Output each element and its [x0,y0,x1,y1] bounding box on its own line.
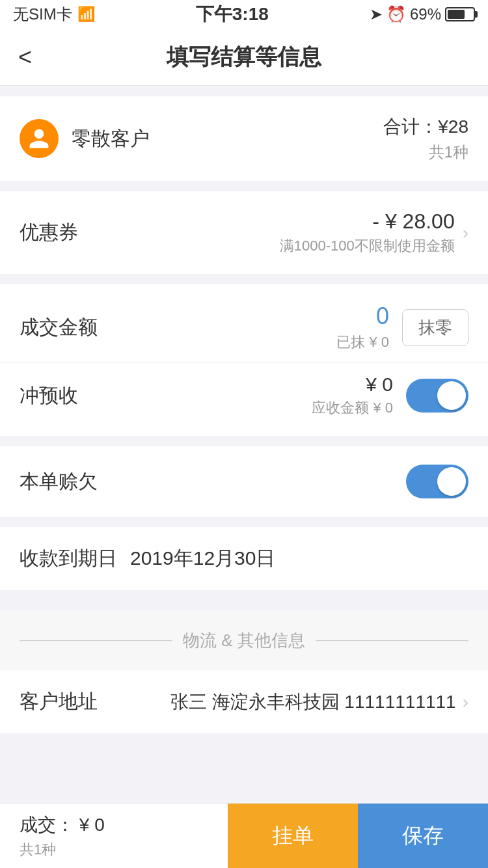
customer-right: 合计：¥28 共1种 [383,115,468,163]
status-time: 下午3:18 [196,2,269,27]
due-date-row: 收款到期日 2019年12月30日 [20,545,468,572]
bottom-count: 共1种 [20,840,208,860]
battery-fill [448,10,465,19]
coupon-right: - ¥ 28.00 满1000-100不限制使用金额 › [280,210,468,256]
due-date-value: 2019年12月30日 [130,545,275,572]
location-icon: ➤ [370,5,383,23]
coupon-row[interactable]: 优惠券 - ¥ 28.00 满1000-100不限制使用金额 › [0,191,488,274]
status-left: 无SIM卡 📶 [13,4,95,25]
prepay-label: 冲预收 [20,383,78,409]
battery-percent: 69% [410,5,441,23]
customer-total: 合计：¥28 [383,115,468,139]
amount-value[interactable]: 0 [336,303,389,330]
address-section[interactable]: 客户地址 张三 海淀永丰科技园 11111111111 › [0,670,488,733]
prepay-toggle[interactable] [406,379,468,413]
nav-bar: < 填写结算等信息 [0,29,488,86]
amount-input-block: 0 已抹 ¥ 0 [336,303,389,352]
due-date-label: 收款到期日 [20,545,117,572]
debt-toggle-thumb [437,467,466,496]
section-gap [0,601,488,611]
alarm-icon: ⏰ [386,5,406,23]
round-button[interactable]: 抹零 [402,309,468,346]
amount-already: 已抹 ¥ 0 [336,332,389,352]
chevron-right-icon: › [463,223,468,243]
logistics-line-right [316,640,468,641]
content-wrapper: 零散客户 合计：¥28 共1种 优惠券 - ¥ 28.00 满1000-100不… [0,96,488,815]
amount-row: 成交金额 0 已抹 ¥ 0 抹零 [0,284,488,362]
wifi-icon: 📶 [77,6,95,23]
page-title: 填写结算等信息 [167,42,321,72]
address-row[interactable]: 客户地址 张三 海淀永丰科技园 11111111111 › [0,670,488,733]
prepay-right: ¥ 0 应收金额 ¥ 0 [312,373,468,418]
bottom-summary: 成交： ¥ 0 共1种 [0,813,228,860]
customer-count: 共1种 [383,142,468,163]
coupon-discount: - ¥ 28.00 [280,210,455,234]
customer-section: 零散客户 合计：¥28 共1种 [0,96,488,181]
debt-section: 本单赊欠 [0,446,488,517]
customer-left: 零散客户 [20,119,150,158]
status-right: ➤ ⏰ 69% [370,5,475,23]
customer-avatar [20,119,59,158]
amount-label: 成交金额 [20,314,98,341]
address-label: 客户地址 [20,688,98,715]
prepay-value-block: ¥ 0 应收金额 ¥ 0 [312,373,393,418]
back-button[interactable]: < [18,44,32,71]
bottom-deal: 成交： ¥ 0 [20,813,208,837]
bottom-deal-amount: ¥ 0 [79,815,105,835]
bottom-bar: 成交： ¥ 0 共1种 挂单 保存 [0,803,488,868]
status-bar: 无SIM卡 📶 下午3:18 ➤ ⏰ 69% [0,0,488,29]
battery-icon [445,7,475,21]
address-value: 张三 海淀永丰科技园 11111111111 [111,690,456,714]
customer-name: 零散客户 [72,126,150,152]
due-date-section: 收款到期日 2019年12月30日 [0,527,488,590]
prepay-receivable: 应收金额 ¥ 0 [312,398,393,418]
carrier-text: 无SIM卡 [13,4,72,25]
logistics-divider: 物流 & 其他信息 [0,611,488,670]
bottom-deal-label: 成交： [20,815,74,835]
debt-label: 本单赊欠 [20,468,98,495]
coupon-desc: 满1000-100不限制使用金额 [280,236,455,256]
customer-row: 零散客户 合计：¥28 共1种 [0,96,488,181]
toggle-thumb [437,381,466,410]
prepay-row: 冲预收 ¥ 0 应收金额 ¥ 0 [0,362,488,436]
coupon-label: 优惠券 [20,219,78,246]
prepay-amount: ¥ 0 [312,373,393,396]
hold-button[interactable]: 挂单 [228,804,358,869]
debt-toggle[interactable] [406,465,468,498]
logistics-line-left [20,640,172,641]
address-chevron-icon: › [463,692,468,712]
amount-right: 0 已抹 ¥ 0 抹零 [336,303,468,352]
save-button[interactable]: 保存 [358,804,488,869]
coupon-section[interactable]: 优惠券 - ¥ 28.00 满1000-100不限制使用金额 › [0,191,488,274]
coupon-value-block: - ¥ 28.00 满1000-100不限制使用金额 [280,210,455,256]
logistics-label: 物流 & 其他信息 [183,629,305,652]
amount-section: 成交金额 0 已抹 ¥ 0 抹零 冲预收 ¥ 0 应收金额 ¥ 0 [0,284,488,436]
user-icon [27,127,51,150]
